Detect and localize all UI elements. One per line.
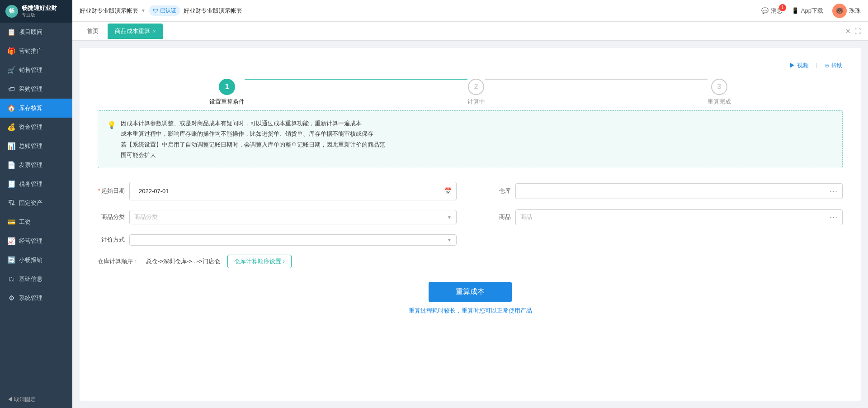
recalc-section: 重算成本 重算过程耗时较长，重算时您可以正常使用产品: [98, 282, 843, 315]
sidebar-item-label: 资金管理: [19, 123, 42, 131]
recalc-note: 重算过程耗时较长，重算时您可以正常使用产品: [409, 307, 532, 315]
warehouse-dots-icon[interactable]: ···: [830, 186, 838, 196]
sidebar-item-marketing[interactable]: 🎁 营销推广: [0, 42, 72, 61]
warehouse-order-settings-button[interactable]: 仓库计算顺序设置 ›: [227, 255, 292, 268]
topbar-right: 💬 消息 1 📱 App下载 🐻 珠珠: [761, 4, 861, 18]
expense-icon: 🔄: [7, 256, 15, 264]
start-date-label: *起始日期: [98, 187, 125, 195]
tab-close-icon[interactable]: ×: [153, 28, 156, 34]
tab-home-label: 首页: [87, 27, 99, 35]
category-label: 商品分类: [98, 213, 125, 221]
tab-close-button[interactable]: ✕: [845, 28, 851, 35]
required-star: *: [98, 187, 100, 194]
app-download-button[interactable]: 📱 App下载: [792, 7, 823, 15]
step-2-label: 计算中: [467, 98, 485, 106]
sidebar-header: 畅 畅捷通好业财 专业版: [0, 0, 72, 23]
finance-icon: 💰: [7, 123, 15, 131]
sidebar-item-finance[interactable]: 💰 资金管理: [0, 118, 72, 137]
sidebar-item-sales[interactable]: 🛒 销售管理: [0, 61, 72, 80]
form-row-warehouse: 仓库 ···: [484, 182, 843, 200]
info-box: 💡 因成本计算参数调整、或是对商品成本有疑问时，可以通过成本重算功能，重新计算一…: [98, 110, 843, 168]
sidebar-item-inventory[interactable]: 🏠 库存核算: [0, 99, 72, 118]
system-icon: ⚙: [7, 294, 15, 302]
step-connector-1: [245, 79, 467, 90]
message-button[interactable]: 💬 消息 1: [761, 7, 783, 15]
goods-placeholder: 商品: [520, 213, 532, 221]
sidebar-item-tax[interactable]: 🧾 税务管理: [0, 175, 72, 194]
account-selector[interactable]: 好业财专业版演示帐套 ▼: [80, 7, 146, 15]
connector-line-2: [485, 79, 708, 80]
project-icon: 📋: [7, 28, 15, 36]
sidebar-item-expense[interactable]: 🔄 小畅报销: [0, 251, 72, 270]
sidebar-item-basic[interactable]: 🗂 基础信息: [0, 270, 72, 289]
info-line-2: 成本重算过程中，影响库存账的操作均不能操作，比如进货单、销货单、库存单据不能审核…: [121, 128, 385, 139]
pricing-label: 计价方式: [98, 236, 125, 244]
info-icon: 💡: [107, 119, 116, 161]
recalc-button[interactable]: 重算成本: [429, 282, 512, 302]
form-grid: *起始日期 📅 仓库 ··· 商品分类 商品分类: [98, 182, 843, 246]
sidebar-item-purchase[interactable]: 🏷 采购管理: [0, 80, 72, 99]
goods-label: 商品: [484, 213, 511, 221]
sidebar-item-label: 基础信息: [19, 275, 42, 283]
step-1: 1 设置重算条件: [209, 79, 245, 106]
content-area: ▶ 视频 | ⊙ 帮助 1 设置重算条件 2 计算中: [80, 48, 861, 401]
sidebar-item-invoice[interactable]: 📄 发票管理: [0, 156, 72, 175]
sidebar-item-label: 小畅报销: [19, 256, 42, 264]
tab-expand-button[interactable]: ⛶: [854, 28, 861, 35]
warehouse-order-btn-label: 仓库计算顺序设置: [234, 257, 281, 266]
step-3-circle: 3: [711, 79, 727, 95]
warehouse-order-btn-arrow-icon: ›: [283, 258, 285, 265]
sidebar-item-label: 税务管理: [19, 180, 42, 188]
help-action[interactable]: ⊙ 帮助: [825, 62, 843, 70]
step-1-label: 设置重算条件: [209, 98, 245, 106]
goods-dots-icon[interactable]: ···: [830, 213, 838, 222]
inventory-icon: 🏠: [7, 104, 15, 112]
sidebar-nav: 📋 项目顾问 🎁 营销推广 🛒 销售管理 🏷 采购管理 🏠 库存核算 💰 资金管…: [0, 23, 72, 391]
pricing-select[interactable]: ▼: [129, 234, 457, 246]
purchase-icon: 🏷: [7, 85, 15, 93]
sidebar-unpin-button[interactable]: ◀ 取消固定: [0, 391, 72, 408]
tax-icon: 🧾: [7, 180, 15, 188]
sidebar-item-label: 发票管理: [19, 161, 42, 169]
warehouse-order-label: 仓库计算顺序：: [98, 257, 139, 266]
step-3: 3 重算完成: [708, 79, 731, 106]
step-1-circle: 1: [219, 79, 235, 95]
payroll-icon: 💳: [7, 218, 15, 226]
tab-home[interactable]: 首页: [80, 24, 106, 39]
warehouse-select[interactable]: ···: [515, 183, 843, 199]
sidebar-item-label: 采购管理: [19, 85, 42, 93]
category-select[interactable]: 商品分类 ▼: [129, 210, 457, 224]
sidebar: 畅 畅捷通好业财 专业版 📋 项目顾问 🎁 营销推广 🛒 销售管理 🏷 采购管理…: [0, 0, 72, 408]
start-date-input-wrapper[interactable]: 📅: [129, 182, 457, 200]
pricing-arrow-icon: ▼: [447, 237, 452, 242]
category-placeholder: 商品分类: [134, 213, 158, 221]
info-line-3: 若【系统设置】中启用了自动调整记账日期时，会调整入库单的整单记账日期，因此重新计…: [121, 139, 385, 150]
tab-bar: 首页 商品成本重算 × ✕ ⛶: [72, 22, 868, 41]
topbar-left: 好业财专业版演示帐套 ▼ 🛡 已认证 好业财专业版演示帐套: [80, 5, 242, 16]
sidebar-item-label: 项目顾问: [19, 28, 42, 36]
sidebar-item-assets[interactable]: 🏗 固定资产: [0, 194, 72, 213]
verified-badge: 🛡 已认证: [149, 5, 180, 16]
goods-select[interactable]: 商品 ···: [515, 209, 843, 225]
topbar: 好业财专业版演示帐套 ▼ 🛡 已认证 好业财专业版演示帐套 💬 消息 1 📱 A…: [72, 0, 868, 22]
sidebar-item-label: 系统管理: [19, 294, 42, 302]
sales-icon: 🛒: [7, 66, 15, 74]
start-date-input[interactable]: [134, 185, 441, 197]
mobile-icon: 📱: [792, 7, 799, 14]
accounting-icon: 📊: [7, 142, 15, 150]
sidebar-item-label: 库存核算: [19, 104, 42, 112]
sidebar-item-project[interactable]: 📋 项目顾问: [0, 23, 72, 42]
sidebar-item-accounting[interactable]: 📊 总账管理: [0, 137, 72, 156]
sidebar-item-payroll[interactable]: 💳 工资: [0, 213, 72, 232]
app-download-label: App下载: [801, 7, 823, 15]
form-row-pricing: 计价方式 ▼: [98, 234, 457, 246]
sidebar-item-system[interactable]: ⚙ 系统管理: [0, 289, 72, 308]
calendar-icon[interactable]: 📅: [444, 187, 452, 195]
user-profile[interactable]: 🐻 珠珠: [832, 4, 861, 18]
tab-recalc[interactable]: 商品成本重算 ×: [108, 24, 163, 39]
sidebar-item-operations[interactable]: 📈 经营管理: [0, 232, 72, 251]
video-action[interactable]: ▶ 视频: [789, 62, 809, 70]
warehouse-order-row: 仓库计算顺序： 总仓->深圳仓库->...->门店仓 仓库计算顺序设置 ›: [98, 255, 843, 268]
sidebar-item-label: 总账管理: [19, 142, 42, 150]
basic-icon: 🗂: [7, 275, 15, 283]
